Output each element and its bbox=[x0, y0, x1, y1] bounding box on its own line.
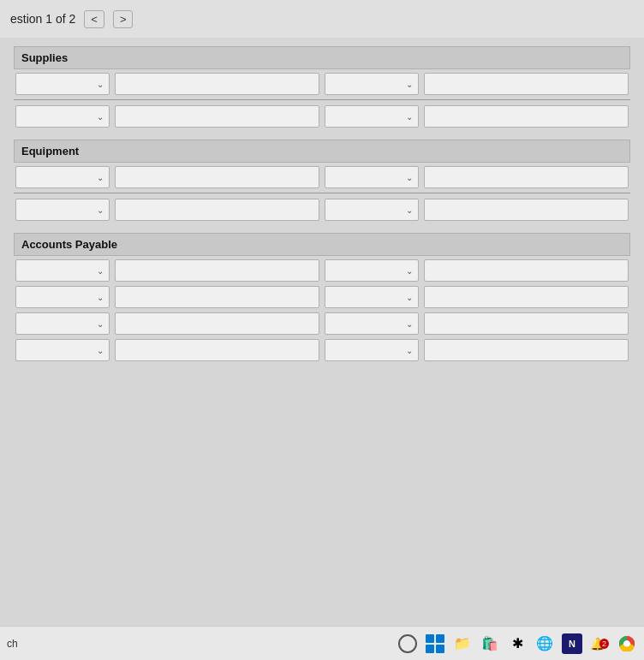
equipment-row1-left: ⌄ bbox=[15, 166, 319, 188]
folder-icon[interactable]: 📁 bbox=[452, 633, 473, 654]
chevron-down-icon: ⌄ bbox=[406, 293, 413, 302]
equipment-row2-right: ⌄ bbox=[325, 199, 629, 221]
search-icon[interactable] bbox=[397, 633, 418, 654]
ap-text-4b[interactable] bbox=[424, 339, 629, 361]
equipment-text-1b[interactable] bbox=[424, 166, 629, 188]
app-icon-blue[interactable]: N bbox=[562, 633, 582, 654]
ap-row1-left: ⌄ bbox=[15, 259, 319, 282]
chevron-down-icon: ⌄ bbox=[97, 319, 104, 329]
ap-select-2b[interactable]: ⌄ bbox=[325, 286, 419, 308]
supplies-row-2: ⌄ ⌄ bbox=[14, 105, 630, 128]
section-header-accounts-payable: Accounts Payable bbox=[14, 233, 630, 256]
chevron-down-icon: ⌄ bbox=[97, 293, 104, 302]
chrome-icon[interactable] bbox=[617, 633, 637, 654]
prev-button[interactable]: < bbox=[84, 10, 104, 28]
supplies-row2-left: ⌄ bbox=[15, 105, 319, 128]
chevron-down-icon: ⌄ bbox=[406, 205, 413, 215]
supplies-text-1b[interactable] bbox=[424, 73, 629, 95]
chevron-down-icon: ⌄ bbox=[97, 205, 104, 215]
ap-row-1: ⌄ ⌄ bbox=[14, 259, 630, 282]
ap-text-4a[interactable] bbox=[115, 339, 319, 361]
equipment-text-2b[interactable] bbox=[424, 199, 629, 221]
equipment-row-1: ⌄ ⌄ bbox=[14, 166, 630, 188]
edge-icon[interactable]: 🌐 bbox=[534, 633, 555, 654]
section-header-equipment: Equipment bbox=[14, 140, 630, 163]
equipment-select-1a[interactable]: ⌄ bbox=[15, 166, 110, 188]
dropbox-icon[interactable]: ✱ bbox=[507, 633, 528, 654]
notification-icon[interactable]: 🔔 2 bbox=[589, 633, 610, 654]
equipment-text-2a[interactable] bbox=[115, 199, 319, 221]
supplies-text-2b[interactable] bbox=[424, 105, 629, 128]
chevron-down-icon: ⌄ bbox=[406, 319, 413, 329]
chevron-down-icon: ⌄ bbox=[406, 80, 413, 89]
ap-select-1b[interactable]: ⌄ bbox=[325, 259, 419, 282]
equipment-row-2: ⌄ ⌄ bbox=[14, 199, 630, 221]
chevron-down-icon: ⌄ bbox=[406, 173, 413, 182]
ap-row2-right: ⌄ bbox=[325, 286, 629, 308]
ap-text-1b[interactable] bbox=[424, 259, 629, 282]
divider bbox=[14, 193, 630, 193]
supplies-select-2b[interactable]: ⌄ bbox=[325, 105, 419, 128]
ap-row-3: ⌄ ⌄ bbox=[14, 312, 630, 335]
supplies-select-1a[interactable]: ⌄ bbox=[15, 73, 110, 95]
ap-text-2b[interactable] bbox=[424, 286, 629, 308]
supplies-select-2a[interactable]: ⌄ bbox=[15, 105, 110, 128]
chevron-down-icon: ⌄ bbox=[406, 346, 413, 355]
top-bar: estion 1 of 2 < > bbox=[0, 0, 644, 38]
supplies-row1-right: ⌄ bbox=[325, 73, 629, 95]
chevron-down-icon: ⌄ bbox=[406, 112, 413, 122]
chevron-down-icon: ⌄ bbox=[97, 80, 104, 89]
section-equipment: Equipment ⌄ ⌄ ⌄ bbox=[14, 140, 630, 221]
ap-row4-right: ⌄ bbox=[325, 339, 629, 361]
main-content: Supplies ⌄ ⌄ ⌄ bbox=[0, 38, 644, 645]
question-label: estion 1 of 2 bbox=[10, 12, 75, 26]
section-accounts-payable: Accounts Payable ⌄ ⌄ ⌄ bbox=[14, 233, 630, 361]
ap-row3-right: ⌄ bbox=[325, 312, 629, 335]
equipment-row1-right: ⌄ bbox=[325, 166, 629, 188]
windows-icon[interactable] bbox=[425, 633, 445, 654]
ap-select-4a[interactable]: ⌄ bbox=[15, 339, 110, 361]
section-header-supplies: Supplies bbox=[14, 46, 630, 69]
ap-select-2a[interactable]: ⌄ bbox=[15, 286, 110, 308]
next-button[interactable]: > bbox=[113, 10, 134, 28]
taskbar: ch 📁 🛍️ ✱ 🌐 N 🔔 2 bbox=[0, 626, 644, 660]
ap-row4-left: ⌄ bbox=[15, 339, 319, 361]
chevron-down-icon: ⌄ bbox=[97, 112, 104, 122]
chevron-down-icon: ⌄ bbox=[97, 266, 104, 276]
ap-text-1a[interactable] bbox=[115, 259, 319, 282]
supplies-row-1: ⌄ ⌄ bbox=[14, 73, 630, 95]
ap-text-3b[interactable] bbox=[424, 312, 629, 335]
ap-select-3b[interactable]: ⌄ bbox=[325, 312, 419, 335]
equipment-select-2a[interactable]: ⌄ bbox=[15, 199, 110, 221]
ap-select-1a[interactable]: ⌄ bbox=[15, 259, 110, 282]
supplies-select-1b[interactable]: ⌄ bbox=[325, 73, 419, 95]
supplies-row2-right: ⌄ bbox=[325, 105, 629, 128]
equipment-select-1b[interactable]: ⌄ bbox=[325, 166, 419, 188]
ap-select-4b[interactable]: ⌄ bbox=[325, 339, 419, 361]
divider bbox=[14, 99, 630, 100]
ap-text-2a[interactable] bbox=[115, 286, 319, 308]
supplies-row1-left: ⌄ bbox=[15, 73, 319, 95]
ap-text-3a[interactable] bbox=[115, 312, 319, 335]
svg-point-2 bbox=[624, 641, 629, 646]
ap-row-4: ⌄ ⌄ bbox=[14, 339, 630, 361]
equipment-select-2b[interactable]: ⌄ bbox=[325, 199, 419, 221]
taskbar-label: ch bbox=[7, 638, 18, 650]
chevron-down-icon: ⌄ bbox=[97, 173, 104, 182]
store-icon[interactable]: 🛍️ bbox=[480, 633, 500, 654]
equipment-text-1a[interactable] bbox=[115, 166, 319, 188]
supplies-text-2a[interactable] bbox=[115, 105, 319, 128]
chevron-down-icon: ⌄ bbox=[97, 346, 104, 355]
section-supplies: Supplies ⌄ ⌄ ⌄ bbox=[14, 46, 630, 128]
chevron-down-icon: ⌄ bbox=[406, 266, 413, 276]
ap-row3-left: ⌄ bbox=[15, 312, 319, 335]
ap-row1-right: ⌄ bbox=[325, 259, 629, 282]
ap-row-2: ⌄ ⌄ bbox=[14, 286, 630, 308]
ap-row2-left: ⌄ bbox=[15, 286, 319, 308]
taskbar-icons: 📁 🛍️ ✱ 🌐 N 🔔 2 bbox=[397, 633, 637, 654]
equipment-row2-left: ⌄ bbox=[15, 199, 319, 221]
ap-select-3a[interactable]: ⌄ bbox=[15, 312, 110, 335]
supplies-text-1a[interactable] bbox=[115, 73, 319, 95]
